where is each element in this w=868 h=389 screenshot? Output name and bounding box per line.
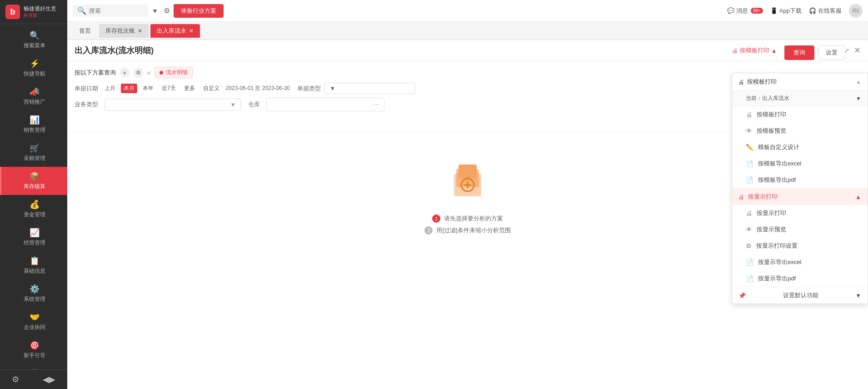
sidebar-item-operations[interactable]: 📈 经营管理 xyxy=(0,223,67,251)
date-option-thisyear[interactable]: 本年 xyxy=(140,84,156,93)
search-input[interactable] xyxy=(89,7,144,14)
dp-header: 🖨 按模板打印 ▲ xyxy=(732,73,868,91)
search-settings-icon[interactable]: ⚙ xyxy=(133,68,143,78)
app-name: 畅捷通好生意 xyxy=(24,5,56,13)
avatar-text: Rit xyxy=(853,8,859,14)
sidebar-item-cooperation[interactable]: 🤝 企业协同 xyxy=(0,308,67,336)
sidebar-item-label: 营销推广 xyxy=(24,98,45,106)
dp-item-template-print[interactable]: 🖨 按模板打印 xyxy=(732,106,868,123)
tab-batch-label: 库存批次账 xyxy=(105,27,135,35)
business-type-select[interactable]: ▼ xyxy=(105,99,241,111)
header-right: 💬 消息 99+ 📱 App下载 🎧 在线客服 Rit xyxy=(727,4,863,18)
search-label: 按以下方案查询 xyxy=(75,69,116,77)
sidebar-item-basic-info[interactable]: 📋 基础信息 xyxy=(0,251,67,279)
print-icon: 🖨 xyxy=(732,47,738,54)
dp-header-label: 🖨 按模板打印 xyxy=(738,78,777,86)
dp-item-display-print-settings[interactable]: ⚙ 按显示打印设置 xyxy=(732,238,868,254)
sidebar-item-marketing[interactable]: 📣 营销推广 xyxy=(0,82,67,110)
tab-bar: 首页 库存批次账 ✕ 出入库流水 ✕ xyxy=(67,22,868,40)
add-condition-btn[interactable]: + xyxy=(120,68,130,78)
filter-tag-label: 流水明细 xyxy=(166,69,188,76)
dp-item-label: 按显示预览 xyxy=(757,225,786,234)
query-button[interactable]: 查询 xyxy=(784,45,814,60)
dp-set-default-icon: 📌 xyxy=(738,292,746,299)
header-dropdown-icon[interactable]: ▼ xyxy=(152,7,158,15)
dp-item-template-export-pdf[interactable]: 📄 按模板导出pdf xyxy=(732,172,868,188)
dp-item-display-export-pdf[interactable]: 📄 按显示导出pdf xyxy=(732,270,868,287)
search-collapse-icon[interactable]: « xyxy=(147,69,151,77)
dp-item-template-custom[interactable]: ✏️ 模板自定义设计 xyxy=(732,139,868,155)
header-search-box[interactable]: 🔍 xyxy=(73,5,148,17)
settings-button[interactable]: 设置 xyxy=(818,45,845,60)
sidebar-item-label: 资金管理 xyxy=(24,211,45,219)
dp-set-default[interactable]: 📌 设置默认功能 ▼ xyxy=(732,287,868,304)
message-btn[interactable]: 💬 消息 99+ xyxy=(727,7,763,15)
sidebar-item-finance[interactable]: 💰 资金管理 xyxy=(0,195,67,223)
sidebar-item-label: 销售管理 xyxy=(24,126,45,134)
page-header: 出入库流水(流水明细) 🖨 按模板打印 ▲ ↑ 导出 ↻ 刷新 ⤢ ✕ xyxy=(67,40,868,61)
header-gear-icon[interactable]: ⚙ xyxy=(164,6,170,15)
avatar: Rit xyxy=(849,4,863,18)
industry-btn[interactable]: 体验行业方案 xyxy=(174,4,224,18)
dp-item-display-preview[interactable]: 👁 按显示预览 xyxy=(732,221,868,238)
collapse-sidebar-icon[interactable]: ◀▶ xyxy=(43,374,55,384)
sidebar-item-app-center[interactable]: 📱 应用中心 xyxy=(0,364,67,369)
date-option-more[interactable]: 更多 xyxy=(181,84,198,93)
empty-step-2: 2 用[过滤]条件来缩小分析范围 xyxy=(424,226,510,234)
business-type-chevron: ▼ xyxy=(230,101,236,108)
quicknav-icon: ⚡ xyxy=(30,59,40,69)
user-profile[interactable]: Rit xyxy=(849,4,863,18)
sidebar-item-guide[interactable]: 🎯 新手引导 xyxy=(0,336,67,364)
sidebar-item-sales[interactable]: 📊 销售管理 xyxy=(0,110,67,139)
settings-bottom-icon[interactable]: ⚙ xyxy=(12,374,19,384)
sidebar-item-label: 系统管理 xyxy=(24,295,45,303)
date-option-lastmonth[interactable]: 上月 xyxy=(102,84,118,93)
business-type-label: 业务类型 xyxy=(75,100,98,109)
dp-current: 当前：出入库流水 ▼ xyxy=(732,91,868,106)
sidebar-item-system[interactable]: ⚙️ 系统管理 xyxy=(0,279,67,308)
dp-display-section-header[interactable]: 🖨 按显示打印 ▲ xyxy=(732,189,868,205)
dp-item-label: 模板自定义设计 xyxy=(758,143,799,151)
filter-dot xyxy=(160,71,163,75)
tab-home[interactable]: 首页 xyxy=(73,24,97,38)
dp-item-label: 按显示导出excel xyxy=(758,258,801,266)
dp-print-icon: 🖨 xyxy=(738,79,744,85)
sidebar-item-purchase[interactable]: 🛒 采购管理 xyxy=(0,139,67,167)
step-num-1: 1 xyxy=(432,214,440,223)
dp-item-template-export-excel[interactable]: 📄 按模板导出excel xyxy=(732,155,868,172)
search-icon: 🔍 xyxy=(77,6,86,15)
dp-display-section-label: 按显示打印 xyxy=(748,193,778,201)
sidebar-item-inventory[interactable]: 📦 库存核算 xyxy=(0,167,67,195)
dp-item-template-preview[interactable]: 👁 按模板预览 xyxy=(732,123,868,139)
date-field: 单据日期 上月 本月 本年 近7天 更多 自定义 2023-06-01 至 20… xyxy=(75,84,290,93)
online-service-btn[interactable]: 🎧 在线客服 xyxy=(809,7,842,15)
sidebar-item-label: 企业协同 xyxy=(24,324,45,331)
message-badge: 99+ xyxy=(751,8,763,14)
date-option-7days[interactable]: 近7天 xyxy=(159,84,179,93)
dp-item-display-print[interactable]: 🖨 按显示打印 xyxy=(732,205,868,221)
tab-batch-account[interactable]: 库存批次账 ✕ xyxy=(99,24,149,38)
sidebar-item-quick-nav[interactable]: ⚡ 快捷导航 xyxy=(0,54,67,82)
top-header: 🔍 ▼ ⚙ 体验行业方案 💬 消息 99+ 📱 App下载 🎧 在线客服 xyxy=(67,0,868,22)
tab-flow-close-icon[interactable]: ✕ xyxy=(189,28,194,34)
message-label: 消息 xyxy=(736,7,748,15)
date-field-label: 单据日期 xyxy=(75,85,98,93)
print-template-btn[interactable]: 🖨 按模板打印 ▲ xyxy=(728,45,781,56)
date-option-custom[interactable]: 自定义 xyxy=(200,84,222,93)
sidebar: b 畅捷通好生意 标准版 🔍 搜索菜单 ⚡ 快捷导航 📣 营销推广 📊 销售管理… xyxy=(0,0,67,389)
sidebar-nav: 🔍 搜索菜单 ⚡ 快捷导航 📣 营销推广 📊 销售管理 🛒 采购管理 📦 库存核… xyxy=(0,24,67,369)
type-select[interactable]: ▼ xyxy=(324,83,415,94)
dp-chevron-up-icon[interactable]: ▲ xyxy=(856,79,861,85)
warehouse-select[interactable]: ··· xyxy=(266,98,384,111)
dp-item-label: 按模板预览 xyxy=(757,127,786,135)
date-option-thismonth[interactable]: 本月 xyxy=(121,84,137,93)
finance-icon: 💰 xyxy=(30,199,40,209)
app-download-btn[interactable]: 📱 App下载 xyxy=(770,7,802,15)
sidebar-item-search[interactable]: 🔍 搜索菜单 xyxy=(0,26,67,54)
dropdown-panel: 🖨 按模板打印 ▲ 当前：出入库流水 ▼ 🖨 按模板打印 👁 按模板预览 ✏️ … xyxy=(732,73,868,304)
dp-footer-chevron: ▼ xyxy=(855,292,861,299)
tab-batch-close-icon[interactable]: ✕ xyxy=(138,28,142,34)
dp-item-display-export-excel[interactable]: 📄 按显示导出excel xyxy=(732,254,868,270)
tab-flow[interactable]: 出入库流水 ✕ xyxy=(150,24,200,38)
type-field-label: 单据类型 xyxy=(297,85,321,93)
